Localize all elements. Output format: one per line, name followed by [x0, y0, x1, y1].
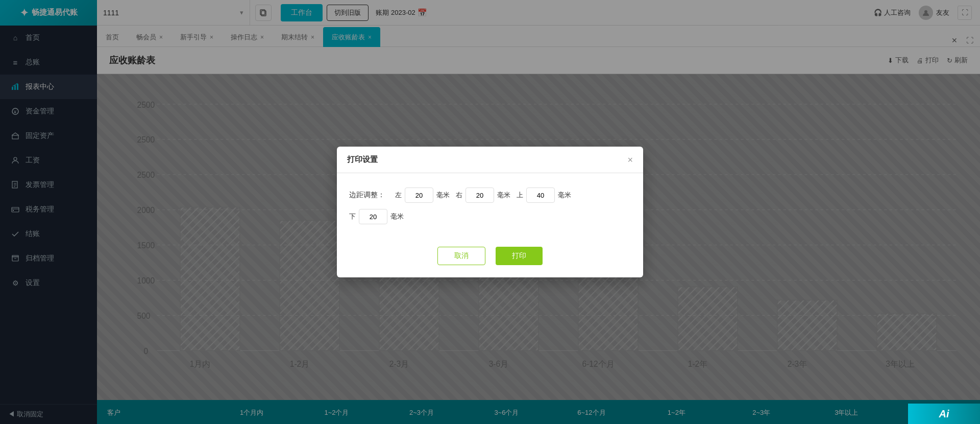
print-confirm-button[interactable]: 打印: [496, 247, 543, 265]
top-unit: 毫米: [558, 191, 571, 200]
print-settings-modal: 打印设置 × 边距调整： 左 毫米 右 毫米 上 毫米: [337, 147, 643, 277]
top-label: 上: [517, 191, 523, 200]
bottom-unit: 毫米: [390, 212, 404, 221]
ai-badge-label: Ai: [939, 408, 949, 420]
margin-row: 边距调整： 左 毫米 右 毫米 上 毫米 下: [349, 187, 631, 224]
left-label: 左: [395, 191, 402, 200]
cancel-button[interactable]: 取消: [437, 247, 485, 265]
modal-header: 打印设置 ×: [337, 147, 643, 173]
bottom-input[interactable]: [359, 209, 387, 224]
modal-overlay: 打印设置 × 边距调整： 左 毫米 右 毫米 上 毫米: [0, 0, 980, 424]
margin-label: 边距调整：: [349, 191, 385, 200]
modal-footer: 取消 打印: [337, 239, 643, 277]
bottom-margin-label: 下: [349, 212, 356, 221]
top-input[interactable]: [526, 187, 555, 203]
margin-group-bottom: 下 毫米: [349, 209, 404, 224]
margin-group-left: 左 毫米: [395, 187, 450, 203]
left-input[interactable]: [405, 187, 433, 203]
right-input[interactable]: [465, 187, 494, 203]
left-unit: 毫米: [436, 191, 450, 200]
margin-group-top: 上 毫米: [517, 187, 571, 203]
modal-body: 边距调整： 左 毫米 右 毫米 上 毫米 下: [337, 173, 643, 239]
modal-close-button[interactable]: ×: [627, 155, 633, 164]
ai-badge[interactable]: Ai: [908, 404, 980, 424]
right-label: 右: [456, 191, 462, 200]
modal-title: 打印设置: [347, 155, 378, 164]
right-unit: 毫米: [497, 191, 510, 200]
margin-group-right: 右 毫米: [456, 187, 510, 203]
